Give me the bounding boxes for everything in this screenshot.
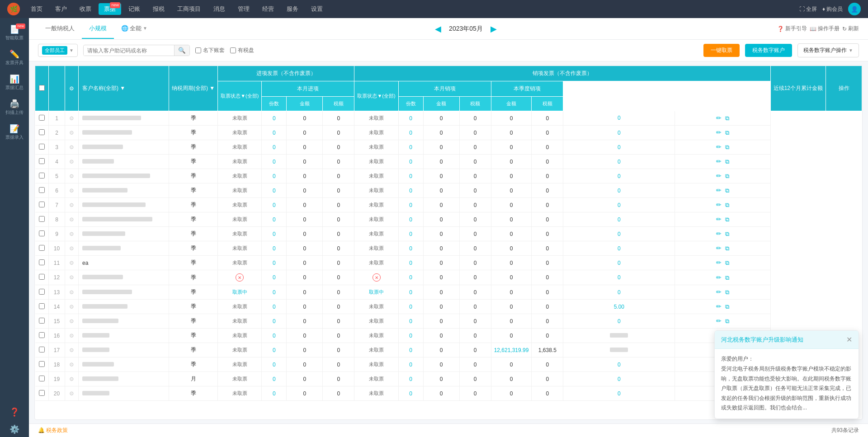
tab-small-scale[interactable]: 小规模 xyxy=(82,19,114,39)
in-count-link[interactable]: 0 xyxy=(273,274,276,281)
row-checkbox-14[interactable] xyxy=(39,303,45,309)
in-count-link[interactable]: 0 xyxy=(273,347,276,353)
row-checkbox-17[interactable] xyxy=(39,347,45,352)
out-count-link[interactable]: 0 xyxy=(409,216,412,223)
row-checkbox-16[interactable] xyxy=(39,332,45,338)
out-count-link[interactable]: 0 xyxy=(409,144,412,150)
edit-icon[interactable]: ✏ xyxy=(716,158,722,165)
edit-icon[interactable]: ✏ xyxy=(716,187,722,194)
row-settings[interactable]: ⚙ xyxy=(65,198,79,212)
row-gear-icon[interactable]: ⚙ xyxy=(69,173,74,179)
row-gear-icon[interactable]: ⚙ xyxy=(69,362,74,368)
refresh-btn[interactable]: ↻ 刷新 xyxy=(842,25,859,33)
copy-icon[interactable]: ⧉ xyxy=(725,259,729,266)
row-settings[interactable]: ⚙ xyxy=(65,169,79,183)
cumul-zero-link[interactable]: 0 xyxy=(618,173,621,179)
nav-service[interactable]: 服务 xyxy=(281,3,304,15)
th-customer-name[interactable]: 客户名称(全部) ▼ xyxy=(79,66,169,111)
edit-icon[interactable]: ✏ xyxy=(716,230,722,237)
in-count-link[interactable]: 0 xyxy=(273,173,276,179)
row-settings[interactable]: ⚙ xyxy=(65,256,79,270)
out-count-link[interactable]: 0 xyxy=(409,260,412,266)
cumul-link[interactable]: 5.00 xyxy=(614,304,624,310)
copy-icon[interactable]: ⧉ xyxy=(725,115,729,122)
out-count-link[interactable]: 0 xyxy=(409,130,412,136)
manual-btn[interactable]: 📖 操作手册 xyxy=(810,25,840,33)
out-count-link[interactable]: 0 xyxy=(409,318,412,324)
edit-icon[interactable]: ✏ xyxy=(716,129,722,136)
in-count-link[interactable]: 0 xyxy=(273,202,276,208)
out-count-link[interactable]: 0 xyxy=(409,202,412,208)
copy-icon[interactable]: ⧉ xyxy=(725,318,729,324)
vip-btn[interactable]: ♦ 购会员 xyxy=(822,5,843,13)
out-count-link[interactable]: 0 xyxy=(409,245,412,252)
employee-filter[interactable]: 全部员工 ▼ xyxy=(38,44,78,57)
edit-icon[interactable]: ✏ xyxy=(716,259,722,266)
out-count-link[interactable]: 0 xyxy=(409,289,412,296)
row-checkbox-6[interactable] xyxy=(39,187,45,193)
cumul-zero-link[interactable]: 0 xyxy=(618,188,621,194)
one-click-invoice-btn[interactable]: 一键取票 xyxy=(703,44,740,57)
nav-manage[interactable]: 管理 xyxy=(232,3,255,15)
edit-icon[interactable]: ✏ xyxy=(716,143,722,150)
row-settings[interactable]: ⚙ xyxy=(65,155,79,169)
row-checkbox-11[interactable] xyxy=(39,259,45,265)
copy-icon[interactable]: ⧉ xyxy=(725,202,729,208)
cumul-zero-link[interactable]: 0 xyxy=(618,390,621,397)
row-checkbox-7[interactable] xyxy=(39,202,45,207)
in-count-link[interactable]: 0 xyxy=(273,260,276,266)
row-gear-icon[interactable]: ⚙ xyxy=(69,188,74,194)
edit-icon[interactable]: ✏ xyxy=(716,317,722,324)
cumul-zero-link[interactable]: 0 xyxy=(618,318,621,324)
sidebar-item-help[interactable]: ❓ xyxy=(0,404,29,420)
sidebar-item-smart-invoice[interactable]: 📄 智能取票 new xyxy=(0,22,29,45)
row-gear-icon[interactable]: ⚙ xyxy=(69,318,74,324)
row-gear-icon[interactable]: ⚙ xyxy=(69,376,74,382)
nav-home[interactable]: 首页 xyxy=(25,3,48,15)
cumul-zero-link[interactable]: 0 xyxy=(618,202,621,208)
nav-message[interactable]: 消息 xyxy=(208,3,231,15)
in-count-link[interactable]: 0 xyxy=(273,304,276,310)
row-settings[interactable]: ⚙ xyxy=(65,126,79,140)
sidebar-item-scan[interactable]: 🖨️ 扫描上传 xyxy=(0,96,29,119)
row-gear-icon[interactable]: ⚙ xyxy=(69,347,74,353)
th-in-status[interactable]: 取票状态▼(全部) xyxy=(218,81,262,111)
row-gear-icon[interactable]: ⚙ xyxy=(69,202,74,208)
th-out-status[interactable]: 取票状态▼(全部) xyxy=(354,81,398,111)
out-count-link[interactable]: 0 xyxy=(409,274,412,281)
copy-icon[interactable]: ⧉ xyxy=(725,187,729,194)
copy-icon[interactable]: ⧉ xyxy=(725,129,729,136)
row-gear-icon[interactable]: ⚙ xyxy=(69,304,74,310)
edit-icon[interactable]: ✏ xyxy=(716,303,722,310)
out-count-link[interactable]: 0 xyxy=(409,390,412,397)
in-count-link[interactable]: 0 xyxy=(273,188,276,194)
nav-tax[interactable]: 报税 xyxy=(147,3,170,15)
row-checkbox-9[interactable] xyxy=(39,230,45,236)
row-checkbox-18[interactable] xyxy=(39,361,45,367)
cumul-zero-link[interactable]: 0 xyxy=(618,231,621,237)
sidebar-item-settings-bottom[interactable]: ⚙️ xyxy=(0,422,29,437)
search-input[interactable] xyxy=(84,46,174,56)
sidebar-item-entry[interactable]: 📝 票据录入 xyxy=(0,121,29,144)
cumul-zero-link[interactable]: 0 xyxy=(618,376,621,382)
row-settings[interactable]: ⚙ xyxy=(65,314,79,329)
row-settings[interactable]: ⚙ xyxy=(65,300,79,314)
row-checkbox-5[interactable] xyxy=(39,173,45,179)
edit-icon[interactable]: ✏ xyxy=(716,288,722,296)
prev-month-btn[interactable]: ◀ xyxy=(433,23,443,34)
out-count-link[interactable]: 0 xyxy=(409,304,412,310)
row-checkbox-8[interactable] xyxy=(39,216,45,222)
out-count-link[interactable]: 0 xyxy=(409,231,412,237)
row-settings[interactable]: ⚙ xyxy=(65,183,79,198)
copy-icon[interactable]: ⧉ xyxy=(725,144,729,150)
row-settings[interactable]: ⚙ xyxy=(65,386,79,401)
in-count-link[interactable]: 0 xyxy=(273,333,276,339)
cumul-zero-link[interactable]: 0 xyxy=(618,245,621,252)
cumul-zero-link[interactable]: 0 xyxy=(618,260,621,266)
new-guide-btn[interactable]: ❓ 新手引导 xyxy=(777,25,807,33)
row-settings[interactable]: ⚙ xyxy=(65,329,79,343)
out-count-link[interactable]: 0 xyxy=(409,333,412,339)
row-checkbox-10[interactable] xyxy=(39,245,45,251)
row-checkbox-3[interactable] xyxy=(39,144,45,150)
cumul-zero-link[interactable]: 0 xyxy=(618,362,621,368)
